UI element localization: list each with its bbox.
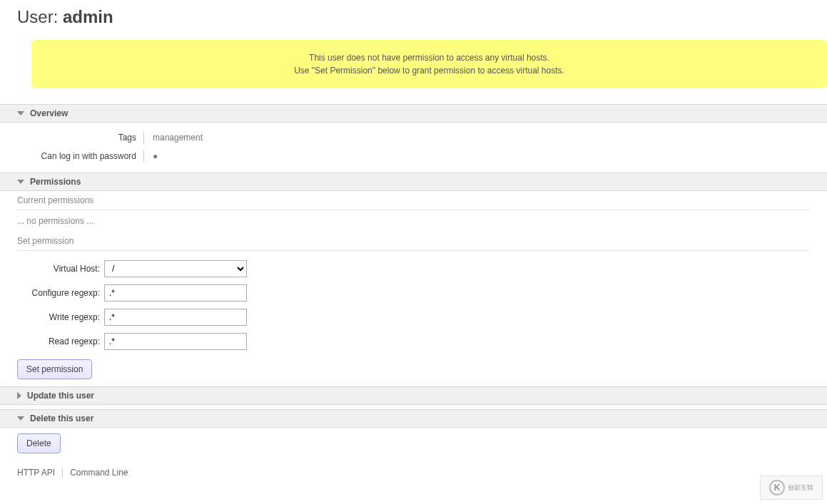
watermark-icon: K: [769, 480, 785, 495]
page-title: User: admin: [0, 0, 827, 40]
vhost-select[interactable]: /: [104, 260, 247, 277]
separator: [62, 468, 63, 478]
overview-section-body: Tags management Can log in with password…: [0, 123, 827, 173]
write-label: Write regexp:: [17, 312, 104, 322]
notice-line-2: Use "Set Permission" below to grant perm…: [46, 64, 813, 77]
watermark-logo: K 创新互联: [760, 475, 823, 499]
read-label: Read regexp:: [17, 336, 104, 346]
command-line-link[interactable]: Command Line: [70, 468, 128, 478]
set-permission-form: Virtual Host: / Configure regexp: Write …: [0, 251, 827, 386]
permissions-section-header[interactable]: Permissions: [0, 173, 827, 191]
tags-value: management: [153, 133, 203, 143]
update-section-title: Update this user: [27, 391, 94, 401]
http-api-link[interactable]: HTTP API: [17, 468, 55, 478]
write-input[interactable]: [104, 309, 247, 326]
overview-section-title: Overview: [30, 108, 68, 118]
overview-section-header[interactable]: Overview: [0, 104, 827, 123]
chevron-down-icon: [17, 416, 24, 421]
configure-input[interactable]: [104, 284, 247, 302]
tags-label: Tags: [17, 133, 143, 143]
set-permission-button[interactable]: Set permission: [17, 359, 92, 379]
separator: [143, 131, 144, 144]
vhost-row: Virtual Host: /: [0, 257, 827, 281]
can-login-label: Can log in with password: [17, 151, 143, 161]
current-permissions-heading: Current permissions: [17, 191, 810, 210]
vhost-label: Virtual Host:: [17, 264, 104, 274]
set-permission-heading: Set permission: [17, 232, 810, 251]
configure-label: Configure regexp:: [17, 288, 104, 298]
page-title-prefix: User:: [17, 7, 63, 26]
write-row: Write regexp:: [0, 305, 827, 329]
permission-notice: This user does not have permission to ac…: [31, 40, 827, 88]
chevron-down-icon: [17, 180, 24, 184]
delete-section-title: Delete this user: [30, 413, 93, 423]
no-permissions-text: ... no permissions ...: [0, 210, 827, 232]
delete-button[interactable]: Delete: [17, 433, 61, 453]
permissions-section-title: Permissions: [30, 177, 81, 187]
read-row: Read regexp:: [0, 329, 827, 354]
footer-links: HTTP API Command Line: [0, 461, 827, 485]
update-section-header[interactable]: Update this user: [0, 386, 827, 405]
can-login-value: ●: [153, 151, 158, 161]
separator: [143, 150, 144, 163]
overview-row-tags: Tags management: [17, 128, 810, 147]
read-input[interactable]: [104, 333, 247, 350]
page-title-username: admin: [63, 7, 113, 26]
watermark-text: 创新互联: [788, 483, 813, 493]
notice-line-1: This user does not have permission to ac…: [46, 51, 813, 64]
delete-section-header[interactable]: Delete this user: [0, 409, 827, 428]
chevron-down-icon: [17, 111, 24, 115]
overview-row-can-login: Can log in with password ●: [17, 147, 810, 165]
configure-row: Configure regexp:: [0, 281, 827, 305]
chevron-right-icon: [17, 392, 21, 399]
